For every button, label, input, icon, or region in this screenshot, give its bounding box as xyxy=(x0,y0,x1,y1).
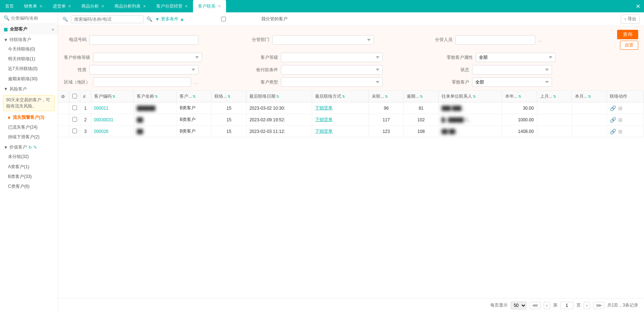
action-grid-icon[interactable]: ⊞ xyxy=(618,117,623,123)
manager-more-btn[interactable]: … xyxy=(535,37,544,42)
tab-customer-contact[interactable]: 客户联系 ✕ xyxy=(193,0,226,12)
row-checkbox[interactable] xyxy=(72,105,77,110)
row-last-method[interactable]: 下销货单 xyxy=(312,114,369,126)
col-code[interactable]: 客户编码⇅ xyxy=(91,91,134,102)
tab-customer-tier-close[interactable]: ✕ xyxy=(185,4,188,9)
col-customer-type[interactable]: 客户...⇅ xyxy=(177,91,212,102)
sidebar-item-overdue[interactable]: 逾期未联络(30) xyxy=(0,74,58,84)
sidebar-item-churn-warning[interactable]: 流失预警客户(3) xyxy=(0,113,58,122)
export-btn[interactable]: ↑ 导出 xyxy=(621,15,640,24)
action-grid-icon[interactable]: ⊞ xyxy=(618,105,623,111)
row-last-method[interactable]: 下销货单 xyxy=(312,126,369,137)
row-code[interactable]: 000026 xyxy=(91,126,134,137)
manager-input[interactable] xyxy=(455,35,535,45)
nature-select[interactable] xyxy=(89,65,198,74)
tab-sales-close[interactable]: ✕ xyxy=(39,4,43,9)
payment-label: 收付款条件 xyxy=(255,67,281,73)
refresh-icon[interactable]: ↻ xyxy=(28,145,32,150)
sidebar-section-risk[interactable]: ▼ 风险客户 xyxy=(0,84,58,94)
search-input[interactable] xyxy=(71,15,144,23)
tab-goods-analysis[interactable]: 商品分析 ✕ xyxy=(76,0,109,12)
row-this-year: 30.00 xyxy=(502,102,537,114)
sort-code: ⇅ xyxy=(112,94,115,98)
region-more-btn[interactable]: … xyxy=(191,80,200,85)
customer-type-label: 客户类型 xyxy=(255,79,281,85)
payment-select[interactable] xyxy=(281,65,383,74)
more-conditions-btn[interactable]: ▼ 更多条件 ▲ xyxy=(155,16,184,22)
department-select[interactable] xyxy=(272,35,374,45)
action-link-icon[interactable]: 🔗 xyxy=(610,129,616,134)
col-this-month[interactable]: 本月...⇅ xyxy=(572,91,607,102)
tab-sales[interactable]: 销售单 ✕ xyxy=(19,0,48,12)
sidebar-search-input[interactable] xyxy=(11,16,54,21)
last-page-btn[interactable]: ⋙ xyxy=(593,302,604,309)
tab-goods-list-close[interactable]: ✕ xyxy=(143,4,146,9)
sidebar-all-customers[interactable]: ▦ 全部客户 « xyxy=(0,24,58,35)
sidebar-search-bar[interactable]: 🔍 xyxy=(0,12,58,24)
my-customers-checkbox-label[interactable]: 我分管的客户 xyxy=(187,16,287,22)
row-check[interactable] xyxy=(69,102,80,114)
col-unit-contact[interactable]: 往来单位联系人⇅ xyxy=(439,91,502,102)
zero-customer-select[interactable]: 全部 xyxy=(472,77,552,87)
settings-button[interactable]: 设置 xyxy=(620,41,638,50)
sidebar-item-a-class[interactable]: A类客户(1) xyxy=(0,162,58,172)
page-size-select[interactable]: 50 xyxy=(511,301,527,309)
sidebar-item-declining[interactable]: 持续下滑客户(2) xyxy=(0,132,58,142)
col-settings[interactable]: ⚙ xyxy=(58,91,69,102)
tab-purchase-close[interactable]: ✕ xyxy=(68,4,71,9)
customer-level-select[interactable] xyxy=(281,53,383,62)
tab-customer-tier[interactable]: 客户分层经营 ✕ xyxy=(151,0,193,12)
my-customers-checkbox[interactable] xyxy=(187,17,260,21)
col-uncontacted[interactable]: 未联...⇅ xyxy=(369,91,404,102)
sidebar-section-value[interactable]: ▼ 价值客户 ↻ ✎ xyxy=(0,142,58,152)
zero-attr-select[interactable]: 全部 xyxy=(476,53,556,62)
sidebar-item-week[interactable]: 近7天待联络(0) xyxy=(0,64,58,74)
col-last-date[interactable]: 最后联络日期⇅ xyxy=(246,91,312,102)
query-button[interactable]: 查询 xyxy=(617,30,638,39)
sidebar-item-today[interactable]: 今天待联络(0) xyxy=(0,44,58,54)
filter-status: 状态 xyxy=(447,65,638,74)
action-link-icon[interactable]: 🔗 xyxy=(610,117,616,123)
action-grid-icon[interactable]: ⊞ xyxy=(618,129,623,134)
row-checkbox[interactable] xyxy=(72,129,77,133)
col-name[interactable]: 客户名称⇅ xyxy=(134,91,177,102)
customer-type-select[interactable] xyxy=(281,77,383,87)
page-number-input[interactable] xyxy=(560,302,573,309)
select-all-checkbox[interactable] xyxy=(72,94,77,98)
row-check[interactable] xyxy=(69,114,80,126)
status-select[interactable] xyxy=(472,65,552,74)
filter-customer-level: 客户等级 xyxy=(255,53,447,62)
col-last-method[interactable]: 最后联络方式⇅ xyxy=(312,91,369,102)
sidebar-section-pending[interactable]: ▼ 待联络客户 xyxy=(0,35,58,44)
col-overdue[interactable]: 逾期...⇅ xyxy=(404,91,439,102)
prev-page-btn[interactable]: ‹ xyxy=(544,302,550,309)
window-close-btn[interactable]: ✕ xyxy=(636,3,644,10)
row-checkbox[interactable] xyxy=(72,117,77,122)
first-page-btn[interactable]: ⋘ xyxy=(530,302,541,309)
row-code[interactable]: 000011 xyxy=(91,102,134,114)
col-check[interactable] xyxy=(69,91,80,102)
phone-input[interactable] xyxy=(89,35,198,45)
col-last-month[interactable]: 上月...⇅ xyxy=(537,91,572,102)
tab-goods-analysis-close[interactable]: ✕ xyxy=(101,4,104,9)
sidebar-item-c-class[interactable]: C类客户(6) xyxy=(0,182,58,191)
row-code[interactable]: 00030031 xyxy=(91,114,134,126)
tab-home[interactable]: 首页 xyxy=(0,0,19,12)
edit-icon[interactable]: ✎ xyxy=(33,145,37,150)
next-page-btn[interactable]: › xyxy=(584,302,590,309)
sidebar-item-ungroup[interactable]: 未分组(32) xyxy=(0,152,58,162)
tab-purchase[interactable]: 进货单 ✕ xyxy=(48,0,76,12)
price-level-select[interactable] xyxy=(93,53,202,62)
action-link-icon[interactable]: 🔗 xyxy=(610,105,616,111)
col-contact-count[interactable]: 联络...⇅ xyxy=(212,91,246,102)
region-input[interactable] xyxy=(93,77,191,87)
col-this-year[interactable]: 本年...⇅ xyxy=(502,91,537,102)
search-icon-orange[interactable]: 🔍 xyxy=(146,16,152,22)
sidebar-item-b-class[interactable]: B类客户(33) xyxy=(0,172,58,182)
tab-goods-list[interactable]: 商品分析列表 ✕ xyxy=(109,0,151,12)
sidebar-item-churned[interactable]: 已流失客户(24) xyxy=(0,122,58,132)
tab-customer-contact-close[interactable]: ✕ xyxy=(218,4,221,9)
sidebar-item-tomorrow[interactable]: 明天待联络(1) xyxy=(0,54,58,64)
row-last-method[interactable]: 下销货单 xyxy=(312,102,369,114)
row-check[interactable] xyxy=(69,126,80,137)
